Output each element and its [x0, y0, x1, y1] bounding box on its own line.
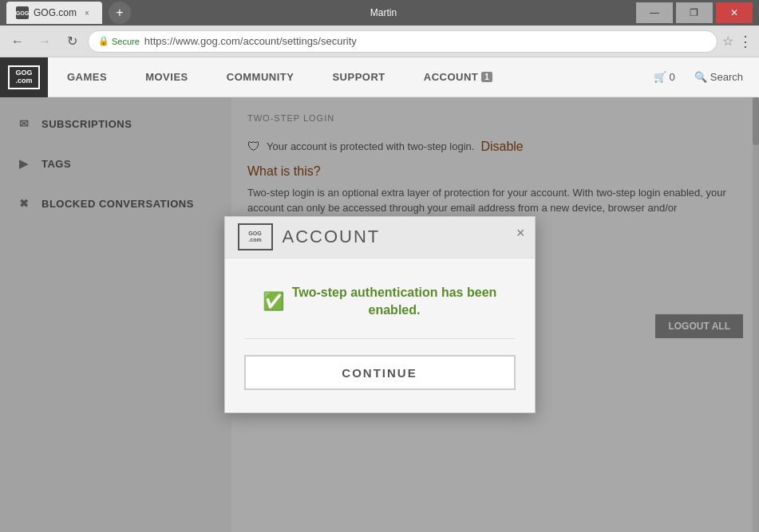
tab-close-btn[interactable]: × [81, 7, 93, 18]
close-btn[interactable]: ✕ [716, 2, 753, 23]
nav-games[interactable]: GAMES [48, 57, 126, 97]
search-icon: 🔍 [694, 71, 707, 83]
secure-badge: 🔒 Secure [98, 36, 140, 46]
success-text-block: Two-step authentication has been enabled… [292, 284, 497, 320]
modal-logo: GOG.com [238, 223, 273, 250]
account-badge: 1 [481, 72, 492, 82]
success-check-icon: ✅ [263, 291, 284, 312]
cart-icon: 🛒 [654, 71, 666, 83]
tab-title: GOG.com [34, 7, 77, 18]
modal-close-btn[interactable]: × [516, 225, 525, 242]
success-text-line1: Two-step authentication has been [292, 286, 497, 299]
modal-logo-text: GOG.com [248, 231, 261, 244]
nav-support[interactable]: SUPPORT [313, 57, 404, 97]
gog-logo-text: GOG.com [15, 69, 32, 85]
url-text: https://www.gog.com/account/settings/sec… [144, 35, 357, 47]
nav-account[interactable]: ACCOUNT 1 [405, 57, 512, 97]
lock-icon: 🔒 [98, 36, 109, 46]
tab-bar: GOG GOG.com × + [6, 2, 131, 24]
modal-overlay: GOG.com ACCOUNT × ✅ Two-step authenticat… [0, 97, 759, 532]
browser-tab[interactable]: GOG GOG.com × [6, 2, 102, 24]
title-bar: GOG GOG.com × + Martin — ❐ ✕ [0, 0, 759, 26]
gog-navbar: GOG.com GAMES MOVIES COMMUNITY SUPPORT A… [0, 57, 759, 97]
window-controls: — ❐ ✕ [636, 2, 753, 23]
modal-header: GOG.com ACCOUNT × [225, 217, 535, 258]
modal-dialog: GOG.com ACCOUNT × ✅ Two-step authenticat… [224, 216, 536, 414]
search-btn[interactable]: 🔍 Search [685, 57, 753, 97]
bookmark-btn[interactable]: ☆ [722, 33, 733, 49]
modal-body: ✅ Two-step authentication has been enabl… [225, 258, 535, 413]
cart-count: 0 [670, 71, 675, 83]
tab-favicon: GOG [16, 6, 29, 19]
success-message: ✅ Two-step authentication has been enabl… [244, 284, 516, 320]
continue-btn[interactable]: CONTINUE [244, 355, 516, 390]
nav-actions: 🛒 0 🔍 Search [644, 57, 753, 97]
new-tab-btn[interactable]: + [109, 2, 131, 24]
minimize-btn[interactable]: — [636, 2, 673, 23]
modal-title: ACCOUNT [283, 227, 381, 247]
success-text-line2: enabled. [369, 303, 421, 317]
maximize-btn[interactable]: ❐ [676, 2, 713, 23]
address-bar: ← → ↻ 🔒 Secure https://www.gog.com/accou… [0, 26, 759, 57]
modal-divider [244, 338, 516, 339]
refresh-btn[interactable]: ↻ [61, 30, 83, 53]
forward-btn[interactable]: → [34, 30, 56, 53]
gog-logo-inner: GOG.com [8, 65, 40, 89]
nav-items: GAMES MOVIES COMMUNITY SUPPORT ACCOUNT 1 [48, 57, 644, 97]
back-btn[interactable]: ← [6, 30, 29, 53]
cart-btn[interactable]: 🛒 0 [644, 57, 685, 97]
user-name: Martin [370, 7, 397, 18]
gog-logo[interactable]: GOG.com [0, 57, 48, 97]
url-bar[interactable]: 🔒 Secure https://www.gog.com/account/set… [88, 30, 717, 53]
nav-community[interactable]: COMMUNITY [208, 57, 314, 97]
browser-menu-btn[interactable]: ⋮ [738, 33, 753, 50]
nav-movies[interactable]: MOVIES [126, 57, 208, 97]
main-layout: ✉ SUBSCRIPTIONS ▶ TAGS ✖ BLOCKED CONVERS… [0, 97, 759, 532]
